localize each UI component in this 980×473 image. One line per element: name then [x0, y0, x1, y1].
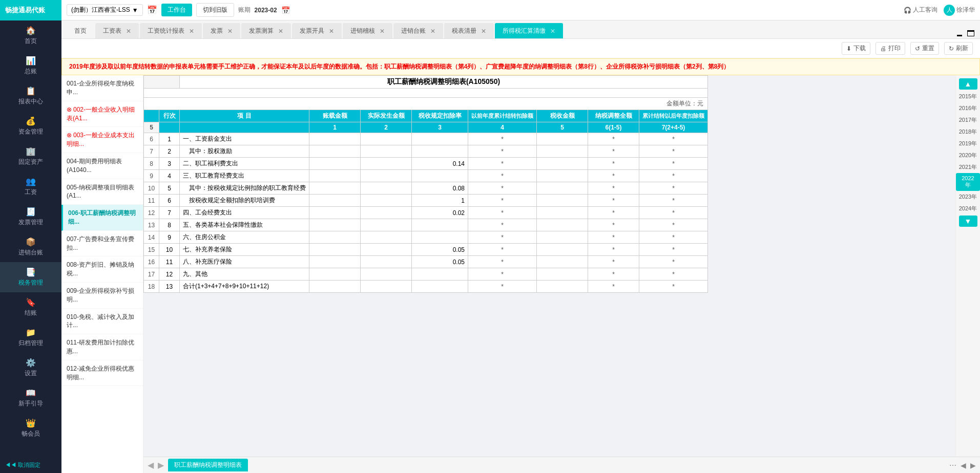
col-d-cell[interactable] — [361, 158, 412, 170]
sidebar-item-member[interactable]: 👑 畅会员 — [0, 413, 61, 443]
tab-sales-check[interactable]: 进销稽核✕ — [343, 23, 392, 38]
sidebar-item-settle[interactable]: 🔖 结账 — [0, 292, 61, 322]
sheet-wrapper[interactable]: 职工薪酬纳税调整明细表(A105050) 金额单位：元 — [143, 75, 955, 457]
col-d-cell[interactable] — [361, 219, 412, 231]
col-d-cell[interactable] — [361, 281, 412, 293]
col-d-cell[interactable] — [361, 133, 412, 145]
scroll-left-icon[interactable]: ◀ — [148, 460, 154, 470]
col-g-cell[interactable] — [537, 244, 588, 256]
tab-income-tax[interactable]: 所得税汇算清缴✕ — [495, 23, 563, 38]
tab-tax-book[interactable]: 税表清册✕ — [444, 23, 494, 38]
nav-item-006[interactable]: 006-职工薪酬纳税调整明细... — [61, 205, 143, 231]
tab-close[interactable]: ✕ — [380, 28, 385, 35]
col-g-cell[interactable] — [537, 170, 588, 182]
col-c-cell[interactable] — [309, 207, 361, 219]
nav-item-011[interactable]: 011-研发费用加计扣除优惠... — [61, 334, 143, 360]
col-c-cell[interactable] — [309, 158, 361, 170]
bottom-sheet-tab[interactable]: 职工薪酬纳税调整明细表 — [168, 459, 248, 471]
col-c-cell[interactable] — [309, 244, 361, 256]
col-g-cell[interactable] — [537, 268, 588, 281]
year-item-2020[interactable]: 2020年 — [958, 149, 978, 161]
period-calendar-icon[interactable]: 📅 — [281, 6, 290, 14]
col-d-cell[interactable] — [361, 268, 412, 281]
col-d-cell[interactable] — [361, 207, 412, 219]
tab-salary-table[interactable]: 工资表✕ — [95, 23, 139, 38]
support-btn[interactable]: 🎧 人工客询 — [904, 6, 937, 14]
tab-sales-ledger[interactable]: 进销台账✕ — [393, 23, 443, 38]
bottom-left-icon[interactable]: ◀ — [961, 461, 966, 469]
sidebar-item-settings[interactable]: ⚙️ 设置 — [0, 353, 61, 383]
company-selector[interactable]: (勿删）江西睿宝-LSS ▼ — [67, 4, 143, 16]
bottom-menu-icon[interactable]: ⋯ — [949, 461, 956, 469]
sidebar-item-guide[interactable]: 📖 新手引导 — [0, 383, 61, 413]
tab-invoice[interactable]: 发票✕ — [203, 23, 240, 38]
nav-item-007[interactable]: 007-广告费和业务宣传费扣... — [61, 231, 143, 257]
download-btn[interactable]: ⬇ 下载 — [842, 42, 870, 55]
col-g-cell[interactable] — [537, 231, 588, 244]
bottom-right-icon[interactable]: ▶ — [970, 461, 976, 469]
sidebar-item-reports[interactable]: 📋 报表中心 — [0, 81, 61, 111]
scroll-right-icon[interactable]: ▶ — [158, 460, 164, 470]
col-d-cell[interactable] — [361, 170, 412, 182]
tab-salary-stats[interactable]: 工资统计报表✕ — [140, 23, 202, 38]
col-c-cell[interactable] — [309, 195, 361, 207]
col-g-cell[interactable] — [537, 145, 588, 158]
sidebar-item-home[interactable]: 🏠 首页 — [0, 20, 61, 51]
col-c-cell[interactable] — [309, 256, 361, 268]
sidebar-item-invoice[interactable]: 🧾 发票管理 — [0, 202, 61, 232]
tab-close[interactable]: ✕ — [278, 28, 283, 35]
nav-item-009[interactable]: 009-企业所得税弥补亏损明... — [61, 283, 143, 309]
col-g-cell[interactable] — [537, 207, 588, 219]
reset-btn[interactable]: ↺ 重置 — [910, 42, 939, 55]
sidebar-item-archive[interactable]: 📁 归档管理 — [0, 322, 61, 353]
col-d-cell[interactable] — [361, 145, 412, 158]
nav-item-001[interactable]: 001-企业所得税年度纳税申... — [61, 75, 143, 101]
calendar-icon[interactable]: 📅 — [147, 5, 157, 15]
col-g-cell[interactable] — [537, 219, 588, 231]
col-d-cell[interactable] — [361, 182, 412, 195]
year-item-2021[interactable]: 2021年 — [958, 161, 978, 173]
tab-home[interactable]: 首页 — [67, 23, 94, 38]
year-item-2017[interactable]: 2017年 — [958, 114, 978, 126]
year-item-2016[interactable]: 2016年 — [958, 102, 978, 114]
nav-item-012[interactable]: 012-减免企业所得税优惠明细... — [61, 360, 143, 386]
col-d-cell[interactable] — [361, 256, 412, 268]
year-item-2019[interactable]: 2019年 — [958, 138, 978, 149]
col-g-cell[interactable] — [537, 158, 588, 170]
sidebar-item-assets[interactable]: 🏢 固定资产 — [0, 141, 61, 171]
minimize-icon[interactable]: 🗕 — [955, 29, 964, 38]
tab-close[interactable]: ✕ — [189, 28, 194, 35]
print-btn[interactable]: 🖨 打印 — [875, 42, 905, 55]
maximize-icon[interactable]: 🗖 — [967, 29, 975, 38]
workspace-btn[interactable]: 工作台 — [161, 4, 192, 16]
col-g-cell[interactable] — [537, 256, 588, 268]
col-g-cell[interactable] — [537, 182, 588, 195]
tab-close[interactable]: ✕ — [550, 28, 555, 35]
col-g-cell[interactable] — [537, 133, 588, 145]
col-g-cell[interactable] — [537, 195, 588, 207]
refresh-btn[interactable]: ↻ 刷新 — [944, 42, 973, 55]
col-d-cell[interactable] — [361, 195, 412, 207]
year-item-2015[interactable]: 2015年 — [958, 91, 978, 102]
user-menu[interactable]: 人 徐泽华 — [944, 5, 975, 16]
col-c-cell[interactable] — [309, 182, 361, 195]
cancel-fixed-btn[interactable]: ◀◀ 取消固定 — [0, 457, 61, 473]
col-d-cell[interactable] — [361, 244, 412, 256]
col-c-cell[interactable] — [309, 145, 361, 158]
year-item-2023[interactable]: 2023年 — [958, 191, 978, 203]
year-scroll-up[interactable]: ▲ — [959, 78, 977, 90]
nav-item-005[interactable]: 005-纳税调整项目明细表(A1... — [61, 179, 143, 205]
col-c-cell[interactable] — [309, 268, 361, 281]
nav-item-002[interactable]: ⊗002-一般企业收入明细表(A1... — [61, 101, 143, 127]
nav-item-008[interactable]: 008-资产折旧、摊销及纳税... — [61, 256, 143, 283]
year-item-2024[interactable]: 2024年 — [958, 203, 978, 214]
tab-invoice-issue[interactable]: 发票开具✕ — [292, 23, 342, 38]
nav-item-010[interactable]: 010-免税、减计收入及加计... — [61, 309, 143, 335]
year-scroll-down[interactable]: ▼ — [959, 216, 977, 227]
sidebar-item-ledger[interactable]: 📊 总账 — [0, 51, 61, 81]
nav-item-004[interactable]: 004-期间费用明细表(A1040... — [61, 153, 143, 179]
sidebar-item-tax[interactable]: 📑 税务管理 — [0, 262, 61, 292]
old-version-btn[interactable]: 切到旧版 — [196, 3, 234, 17]
col-c-cell[interactable] — [309, 219, 361, 231]
col-c-cell[interactable] — [309, 281, 361, 293]
